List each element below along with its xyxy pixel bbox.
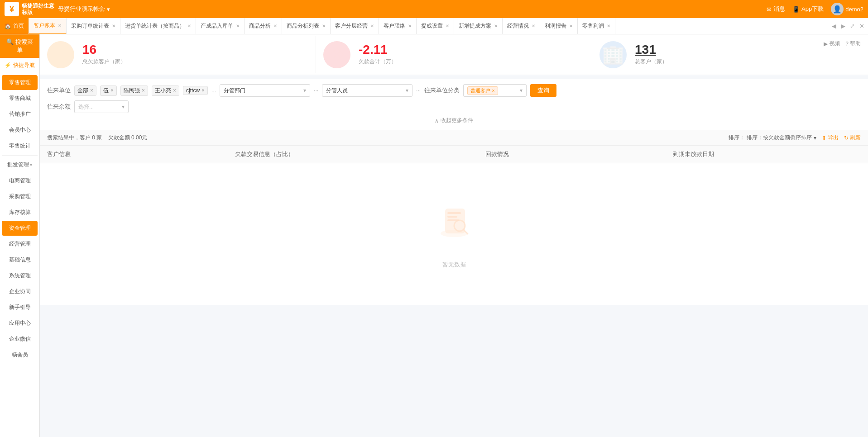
header-left: ¥ 畅捷通好生意 标版 母婴行业演示帐套 ▾	[5, 2, 110, 16]
stat-value-1: 16	[82, 43, 126, 56]
user-avatar-btn[interactable]: 👤 demo2	[831, 3, 863, 15]
tab-profit-report[interactable]: 利润报告 ✕	[540, 18, 578, 34]
sidebar-item-enterprise[interactable]: 企业协同	[2, 284, 38, 299]
sidebar-item-marketing[interactable]: 营销推广	[2, 107, 38, 122]
close-tab-icon[interactable]: ✕	[236, 24, 240, 28]
dept-more-icon[interactable]: ···	[314, 87, 318, 94]
close-tab-icon[interactable]: ✕	[58, 23, 62, 28]
remove-wang-tag[interactable]: ×	[173, 87, 176, 94]
query-button[interactable]: 查询	[530, 84, 556, 97]
video-help-btn[interactable]: ▶ 视频	[824, 40, 840, 48]
export-icon: ⬆	[822, 135, 826, 141]
dept-select[interactable]: 分管部门 ▾	[220, 84, 310, 97]
avatar: 👤	[831, 3, 844, 15]
close-tab-icon[interactable]: ✕	[112, 24, 115, 28]
col-header-due: 到期未放款日期	[673, 150, 861, 158]
remove-chen-tag[interactable]: ×	[142, 87, 145, 94]
tab-customer-tier[interactable]: 客户分层经营 ✕	[331, 18, 379, 34]
message-btn[interactable]: ✉ 消息	[767, 5, 785, 13]
sidebar-item-ecommerce[interactable]: 电商管理	[2, 173, 38, 188]
category-label: 往来单位分类	[424, 86, 460, 95]
balance-label: 往来余额	[47, 103, 71, 111]
chevron-down-icon: ▾	[814, 135, 816, 141]
category-select[interactable]: 普通客户 × ▾	[463, 84, 527, 97]
tab-customer-contact[interactable]: 客户联络 ✕	[379, 18, 417, 34]
close-tab-icon[interactable]: ✕	[370, 24, 374, 28]
sidebar-item-system[interactable]: 系统管理	[2, 268, 38, 283]
stats-help: ▶ 视频 ? 帮助	[824, 40, 861, 48]
remove-category-tag[interactable]: ×	[492, 88, 494, 93]
main-layout: 🔍 搜索菜单 ⚡ 快捷导航 零售管理 零售商城 营销推广 会员中心 零售统计	[0, 34, 868, 437]
play-icon: ▶	[824, 41, 828, 47]
sidebar-item-newbie[interactable]: 新手引导	[2, 300, 38, 315]
tabs-close-icon[interactable]: ✕	[858, 23, 866, 29]
logo-icon: ¥	[5, 2, 19, 16]
tabs-prev-icon[interactable]: ◀	[830, 23, 838, 29]
sidebar-item-retail-mall[interactable]: 零售商城	[2, 91, 38, 106]
sidebar-item-retail-mgmt[interactable]: 零售管理	[2, 75, 38, 90]
tabs-expand-icon[interactable]: ⤢	[848, 23, 857, 29]
empty-state: 暂无数据	[40, 163, 868, 305]
remove-wu-tag[interactable]: ×	[110, 87, 114, 94]
tab-production-storage[interactable]: 产成品入库单 ✕	[196, 18, 245, 34]
help-doc-btn[interactable]: ? 帮助	[845, 40, 861, 48]
close-tab-icon[interactable]: ✕	[607, 24, 610, 28]
close-tab-icon[interactable]: ✕	[569, 24, 573, 28]
tab-purchase-order-stats[interactable]: 采购订单统计表 ✕	[67, 18, 120, 34]
tab-product-analysis-list[interactable]: 商品分析列表 ✕	[282, 18, 331, 34]
sidebar-item-wholesale[interactable]: 批发管理 ▾	[2, 157, 38, 172]
stat-icon-1: ¥	[47, 41, 74, 68]
remove-all-tag[interactable]: ×	[90, 87, 93, 94]
sort-select[interactable]: 排序： 排序：按欠款金额倒序排序 ▾	[729, 134, 816, 142]
tab-home[interactable]: 🏠 首页	[0, 18, 29, 34]
close-tab-icon[interactable]: ✕	[532, 24, 535, 28]
filter-tag-cjttcw: cjttcw ×	[183, 86, 208, 95]
manager-more-icon[interactable]: ···	[416, 87, 421, 94]
sidebar-item-basic-info[interactable]: 基础信息	[2, 252, 38, 267]
app-download-btn[interactable]: 📱 App下载	[792, 5, 824, 13]
tab-product-analysis[interactable]: 商品分析 ✕	[245, 18, 282, 34]
tabs-next-icon[interactable]: ▶	[839, 23, 847, 29]
remove-cjttcw-tag[interactable]: ×	[201, 87, 205, 94]
close-tab-icon[interactable]: ✕	[446, 24, 449, 28]
category-tag: 普通客户 ×	[467, 86, 498, 95]
sidebar-item-finance[interactable]: 资金管理	[2, 221, 38, 236]
filter-tag-wang: 王小亮 ×	[152, 86, 179, 96]
close-tab-icon[interactable]: ✕	[408, 24, 412, 28]
collapse-btn[interactable]: ∧ 收起更多条件	[47, 117, 861, 124]
export-btn[interactable]: ⬆ 导出	[822, 134, 839, 142]
balance-select[interactable]: 选择... ▾	[74, 100, 129, 113]
stat-value-2: -2.11	[359, 43, 397, 56]
sidebar-item-app-center[interactable]: 应用中心	[2, 316, 38, 331]
sidebar-item-operation[interactable]: 经营管理	[2, 237, 38, 252]
refresh-btn[interactable]: ↻ 刷新	[844, 134, 861, 142]
more-tags-btn[interactable]: ...	[211, 87, 216, 94]
tab-customer-ledger[interactable]: 客户账本 ✕	[29, 18, 67, 34]
tab-commission-settings[interactable]: 提成设置 ✕	[417, 18, 454, 34]
tab-new-commission[interactable]: 新增提成方案 ✕	[454, 18, 503, 34]
chevron-down-icon: ▾	[107, 6, 110, 13]
close-tab-icon[interactable]: ✕	[494, 24, 498, 28]
close-tab-icon[interactable]: ✕	[273, 24, 277, 28]
filter-tag-chen: 陈民强 ×	[120, 86, 148, 96]
filter-area: 往来单位 全部 × 伍 × 陈民强 × 王小亮 × cjttcw	[40, 79, 868, 130]
close-tab-icon[interactable]: ✕	[322, 24, 326, 28]
message-icon: ✉	[767, 6, 772, 13]
sidebar-item-purchase[interactable]: 采购管理	[2, 189, 38, 204]
sidebar-item-member[interactable]: 畅会员	[2, 347, 38, 362]
tab-retail-profit[interactable]: 零售利润 ✕	[578, 18, 615, 34]
refresh-icon: ↻	[844, 135, 849, 141]
sidebar-item-member-center[interactable]: 会员中心	[2, 123, 38, 138]
tab-operation-status[interactable]: 经营情况 ✕	[503, 18, 540, 34]
download-icon: 📱	[792, 6, 800, 13]
quick-nav[interactable]: ⚡ 快捷导航	[0, 58, 39, 73]
account-selector[interactable]: 母婴行业演示帐套 ▾	[58, 5, 110, 13]
help-icon: ?	[845, 41, 849, 47]
sidebar-item-inventory[interactable]: 库存核算	[2, 205, 38, 220]
sidebar-search[interactable]: 🔍 搜索菜单	[0, 34, 39, 58]
sidebar-item-retail-stats[interactable]: 零售统计	[2, 138, 38, 153]
manager-select[interactable]: 分管人员 ▾	[322, 84, 412, 97]
close-tab-icon[interactable]: ✕	[187, 24, 191, 28]
tab-inventory-stats[interactable]: 进货单统计表（按商品） ✕	[120, 18, 196, 34]
sidebar-item-wechat[interactable]: 企业微信	[2, 332, 38, 347]
